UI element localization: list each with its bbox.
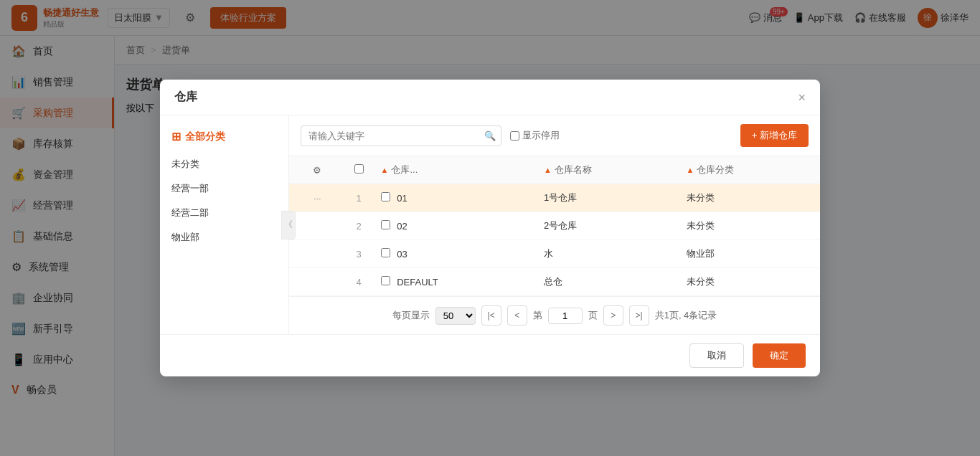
row-2-checkbox[interactable] xyxy=(381,220,390,229)
new-warehouse-button[interactable]: + 新增仓库 xyxy=(740,124,809,147)
row-num-2: 2 xyxy=(346,212,372,240)
search-input-wrap: 🔍 xyxy=(301,125,501,146)
row-2-category: 未分类 xyxy=(678,212,820,240)
all-category-item[interactable]: ⊞ 全部分类 xyxy=(160,124,288,152)
show-disabled-label[interactable]: 显示停用 xyxy=(510,129,560,142)
warehouse-table-wrap: ⚙ ▲ 仓库... ▲ xyxy=(289,156,820,296)
col-code-sort[interactable]: ▲ 仓库... xyxy=(381,163,527,176)
row-num-3: 3 xyxy=(346,240,372,268)
row-actions-4[interactable] xyxy=(289,268,346,296)
dialog-body: ⊞ 全部分类 未分类 经营一部 经营二部 物业部 《 🔍 xyxy=(160,115,820,334)
per-page-label: 每页显示 xyxy=(392,309,430,322)
next-page-button[interactable]: > xyxy=(603,305,623,326)
pagination: 每页显示 50 20 100 |< < 第 页 > >| 共1页, 4条记录 xyxy=(289,296,820,334)
row-1-code: 01 xyxy=(372,184,535,212)
warehouse-table: ⚙ ▲ 仓库... ▲ xyxy=(289,156,820,296)
col-category-header[interactable]: ▲ 仓库分类 xyxy=(678,156,820,184)
col-checkbox-header[interactable] xyxy=(346,156,372,184)
all-category-label: 全部分类 xyxy=(185,130,225,143)
col-name-sort[interactable]: ▲ 仓库名称 xyxy=(544,163,669,176)
dialog-footer: 取消 确定 xyxy=(160,334,820,376)
table-row[interactable]: ··· 1 01 1号仓库 未分类 xyxy=(289,184,820,212)
row-num-1: 1 xyxy=(346,184,372,212)
cancel-button[interactable]: 取消 xyxy=(689,343,744,368)
dialog-header: 仓库 × xyxy=(160,80,820,115)
table-body: ··· 1 01 1号仓库 未分类 2 02 2号仓库 xyxy=(289,184,820,296)
table-header: ⚙ ▲ 仓库... ▲ xyxy=(289,156,820,184)
search-icon[interactable]: 🔍 xyxy=(484,130,496,141)
row-4-checkbox[interactable] xyxy=(381,276,390,285)
table-panel: 🔍 显示停用 + 新增仓库 ⚙ xyxy=(289,115,820,334)
table-row[interactable]: 4 DEFAULT 总仓 未分类 xyxy=(289,268,820,296)
category-item-0[interactable]: 未分类 xyxy=(160,152,288,176)
row-num-4: 4 xyxy=(346,268,372,296)
row-4-code: DEFAULT xyxy=(372,268,535,296)
category-item-2[interactable]: 经营二部 xyxy=(160,201,288,225)
row-3-category: 物业部 xyxy=(678,240,820,268)
warehouse-dialog: 仓库 × ⊞ 全部分类 未分类 经营一部 经营二部 物业部 《 xyxy=(160,80,820,376)
search-bar: 🔍 显示停用 + 新增仓库 xyxy=(289,115,820,156)
grid-icon: ⊞ xyxy=(171,130,181,143)
row-actions-3[interactable] xyxy=(289,240,346,268)
row-1-checkbox[interactable] xyxy=(381,192,390,201)
page-input[interactable] xyxy=(548,308,583,324)
last-page-button[interactable]: >| xyxy=(629,305,649,326)
collapse-button[interactable]: 《 xyxy=(281,211,296,239)
per-page-select[interactable]: 50 20 100 xyxy=(435,307,476,325)
table-row[interactable]: 3 03 水 物业部 xyxy=(289,240,820,268)
prev-page-button[interactable]: < xyxy=(507,305,527,326)
page-unit: 页 xyxy=(588,309,598,322)
row-2-name: 2号仓库 xyxy=(535,212,677,240)
col-name-label: 仓库名称 xyxy=(555,163,592,176)
category-panel: ⊞ 全部分类 未分类 经营一部 经营二部 物业部 《 xyxy=(160,115,289,334)
row-1-category: 未分类 xyxy=(678,184,820,212)
sort-icon-name: ▲ xyxy=(544,166,552,174)
show-disabled-checkbox[interactable] xyxy=(510,131,519,141)
row-1-name: 1号仓库 xyxy=(535,184,677,212)
col-code-header[interactable]: ▲ 仓库... xyxy=(372,156,535,184)
total-info: 共1页, 4条记录 xyxy=(655,309,717,322)
row-4-category: 未分类 xyxy=(678,268,820,296)
col-gear[interactable]: ⚙ xyxy=(289,156,346,184)
row-3-name: 水 xyxy=(535,240,677,268)
select-all-checkbox[interactable] xyxy=(354,164,364,174)
row-3-checkbox[interactable] xyxy=(381,248,390,257)
category-item-1[interactable]: 经营一部 xyxy=(160,176,288,201)
dialog-title: 仓库 xyxy=(174,90,197,105)
sort-icon-cat: ▲ xyxy=(687,166,694,174)
row-2-code: 02 xyxy=(372,212,535,240)
col-category-sort[interactable]: ▲ 仓库分类 xyxy=(687,163,811,176)
more-icon[interactable]: ··· xyxy=(314,193,321,204)
category-item-3[interactable]: 物业部 xyxy=(160,225,288,250)
confirm-button[interactable]: 确定 xyxy=(753,343,806,368)
col-category-label: 仓库分类 xyxy=(697,163,734,176)
col-code-label: 仓库... xyxy=(391,163,418,176)
table-row[interactable]: 2 02 2号仓库 未分类 xyxy=(289,212,820,240)
modal-overlay[interactable]: 仓库 × ⊞ 全部分类 未分类 经营一部 经营二部 物业部 《 xyxy=(0,0,980,456)
row-actions-1[interactable]: ··· xyxy=(289,184,346,212)
first-page-button[interactable]: |< xyxy=(481,305,501,326)
row-3-code: 03 xyxy=(372,240,535,268)
col-name-header[interactable]: ▲ 仓库名称 xyxy=(535,156,677,184)
row-actions-2[interactable] xyxy=(289,212,346,240)
close-icon[interactable]: × xyxy=(798,91,806,104)
search-input[interactable] xyxy=(301,125,501,146)
sort-icon: ▲ xyxy=(381,166,389,174)
show-disabled-text: 显示停用 xyxy=(522,129,560,142)
page-label: 第 xyxy=(533,309,542,322)
row-4-name: 总仓 xyxy=(535,268,677,296)
